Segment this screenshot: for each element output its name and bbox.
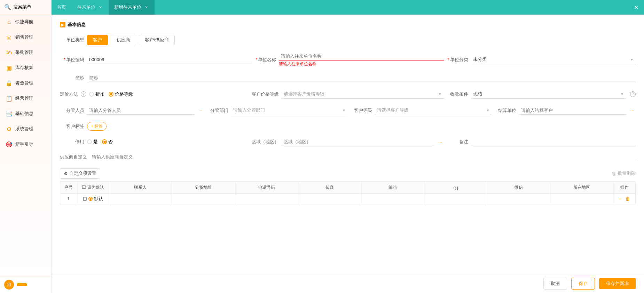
region-label: 区域（地区） bbox=[252, 139, 279, 145]
sidebar-item-sales[interactable]: ◎ 销售管理 bbox=[0, 30, 51, 45]
sidebar-item-purchase[interactable]: 🛍 采购管理 bbox=[0, 45, 51, 60]
contact-input[interactable] bbox=[112, 196, 169, 201]
payment-condition-cell: 收款条件 现结 ▼ ? bbox=[444, 89, 636, 99]
form-content: ▶ 基本信息 单位类型 客户 供应商 客户/供应商 *单位编码 bbox=[52, 15, 644, 274]
tab-counterparty-close[interactable]: ✕ bbox=[97, 5, 103, 10]
cell-phone[interactable] bbox=[235, 194, 298, 204]
window-close-button[interactable]: ✕ bbox=[628, 4, 644, 11]
note-input[interactable] bbox=[471, 138, 636, 146]
tab-home[interactable]: 首页 bbox=[52, 0, 72, 15]
cell-qq[interactable] bbox=[424, 194, 487, 204]
region-input-table[interactable] bbox=[553, 196, 610, 201]
disable-no-dot bbox=[103, 141, 106, 143]
col-contact: 联系人 bbox=[109, 182, 172, 194]
tab-counterparty[interactable]: 往来单位 ✕ bbox=[72, 0, 109, 15]
cancel-button[interactable]: 取消 bbox=[543, 278, 567, 290]
pricing-radio-discount[interactable]: 折扣 bbox=[89, 91, 104, 97]
sidebar-item-label: 系统管理 bbox=[15, 126, 33, 132]
disable-no-label: 否 bbox=[108, 139, 113, 145]
address-input[interactable] bbox=[175, 196, 232, 201]
cell-email[interactable] bbox=[361, 194, 424, 204]
customer-price-level-select[interactable]: 请选择客户价格等级 ▼ bbox=[282, 89, 443, 99]
cell-region[interactable] bbox=[550, 194, 613, 204]
sidebar-item-operations[interactable]: 📋 经营管理 bbox=[0, 91, 51, 106]
settlement-more-icon[interactable]: ··· bbox=[629, 108, 636, 113]
unit-code-cell: *单位编码 bbox=[60, 56, 252, 64]
payment-condition-select[interactable]: 现结 ▼ bbox=[471, 89, 626, 99]
cell-contact[interactable] bbox=[109, 194, 172, 204]
col-action: 操作 bbox=[613, 182, 636, 194]
manager-input[interactable] bbox=[87, 106, 194, 115]
unit-class-select[interactable]: 未分类 ▼ bbox=[471, 55, 636, 64]
col-seq: 序号 bbox=[60, 182, 77, 194]
table-header-row: 序号 ☐ 设为默认 联系人 到货地址 电话号码 传真 邮箱 qq 微信 所在地区 bbox=[60, 182, 636, 194]
pricing-radio-level[interactable]: 价格等级 bbox=[109, 91, 133, 97]
disable-radio-yes[interactable]: 是 bbox=[87, 139, 98, 145]
short-name-input[interactable] bbox=[87, 74, 636, 82]
disable-radio-no[interactable]: 否 bbox=[102, 139, 113, 145]
cell-fax[interactable] bbox=[298, 194, 361, 204]
cell-action: + 🗑 bbox=[613, 194, 636, 204]
custom-settings-button[interactable]: ⚙ 自定义项设置 bbox=[60, 168, 100, 179]
add-tag-button[interactable]: + 标签 bbox=[87, 122, 107, 131]
region-input[interactable] bbox=[282, 138, 434, 146]
add-row-button[interactable]: + bbox=[617, 195, 623, 202]
col-region: 所在地区 bbox=[550, 182, 613, 194]
tab-new-counterparty-close[interactable]: ✕ bbox=[143, 5, 149, 10]
newbie-icon: 🎯 bbox=[6, 141, 13, 148]
payment-condition-help[interactable]: ? bbox=[630, 91, 636, 97]
qq-input[interactable] bbox=[427, 196, 484, 201]
cell-wechat[interactable] bbox=[487, 194, 550, 204]
purchase-icon: 🛍 bbox=[6, 49, 13, 56]
customer-level-select[interactable]: 请选择客户等级 ▼ bbox=[375, 106, 492, 115]
payment-condition-arrow: ▼ bbox=[620, 92, 624, 96]
manager-cell: 分管人员 ··· bbox=[60, 106, 204, 115]
unit-name-cell: *单位名称 请输入往来单位名称 bbox=[252, 52, 443, 67]
sidebar-item-finance[interactable]: 🔒 资金管理 bbox=[0, 75, 51, 91]
sidebar-item-inventory[interactable]: ▣ 库存核算 bbox=[0, 60, 51, 75]
region-more-icon[interactable]: ··· bbox=[437, 139, 444, 145]
type-btn-customer[interactable]: 客户 bbox=[87, 35, 108, 45]
pricing-help-icon[interactable]: ? bbox=[81, 91, 86, 97]
delete-row-button[interactable]: 🗑 bbox=[624, 195, 631, 202]
settlement-label: 结算单位 bbox=[492, 107, 516, 114]
short-name-cell: 简称 bbox=[60, 74, 636, 82]
payment-condition-label: 收款条件 bbox=[444, 91, 468, 97]
sidebar-item-label: 经营管理 bbox=[15, 95, 33, 101]
type-btn-both[interactable]: 客户/供应商 bbox=[139, 35, 175, 45]
customer-level-label: 客户等级 bbox=[348, 107, 372, 114]
sidebar-item-basics[interactable]: 📑 基础信息 bbox=[0, 106, 51, 121]
sidebar-bottom: 用 bbox=[0, 276, 51, 293]
sidebar-item-newbie[interactable]: 🎯 新手引导 bbox=[0, 137, 51, 152]
row-default-radio[interactable] bbox=[88, 197, 93, 201]
settlement-input[interactable] bbox=[519, 106, 626, 115]
section-icon: ▶ bbox=[60, 22, 65, 27]
fax-input[interactable] bbox=[301, 196, 358, 201]
department-arrow: ▼ bbox=[342, 108, 346, 112]
col-email: 邮箱 bbox=[361, 182, 424, 194]
unit-name-input[interactable] bbox=[279, 52, 443, 60]
type-btn-supplier[interactable]: 供应商 bbox=[111, 35, 136, 45]
supplier-custom-input[interactable] bbox=[90, 153, 636, 161]
save-button[interactable]: 保存 bbox=[571, 278, 595, 290]
save-new-button[interactable]: 保存并新增 bbox=[599, 278, 636, 289]
manager-more-icon[interactable]: ··· bbox=[197, 108, 204, 113]
tab-new-counterparty[interactable]: 新增往来单位 ✕ bbox=[109, 0, 155, 15]
sidebar-item-label: 新手引导 bbox=[15, 141, 33, 147]
wechat-input[interactable] bbox=[490, 196, 547, 201]
email-input[interactable] bbox=[364, 196, 421, 201]
cell-address[interactable] bbox=[172, 194, 235, 204]
unit-code-input[interactable] bbox=[87, 56, 252, 64]
batch-delete-button[interactable]: 🗑 批量删除 bbox=[612, 170, 636, 177]
sidebar-item-quick-nav[interactable]: ⌂ 快捷导航 bbox=[0, 14, 51, 30]
unit-name-wrapper: 请输入往来单位名称 bbox=[279, 52, 443, 67]
sidebar: 🔍 搜索菜单 ⌂ 快捷导航 ◎ 销售管理 🛍 采购管理 ▣ 库存核算 🔒 资金管… bbox=[0, 0, 52, 293]
sidebar-item-label: 快捷导航 bbox=[15, 19, 33, 25]
search-menu[interactable]: 🔍 搜索菜单 bbox=[0, 0, 51, 14]
table-body: 1 ☐ 默认 bbox=[60, 194, 636, 204]
department-select[interactable]: 请输入分管部门 ▼ bbox=[231, 106, 348, 115]
phone-input[interactable] bbox=[238, 196, 295, 201]
sidebar-item-system[interactable]: ⚙ 系统管理 bbox=[0, 121, 51, 137]
disable-radio-group: 是 否 bbox=[87, 139, 113, 145]
supplier-custom-row: 供应商自定义 bbox=[60, 153, 636, 161]
